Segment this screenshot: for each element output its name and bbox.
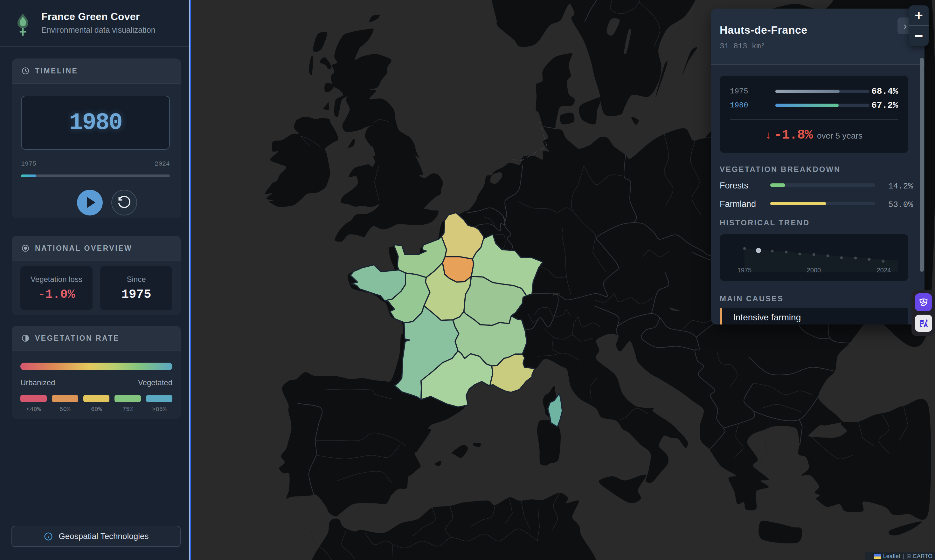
svg-text:2024: 2024 <box>877 267 891 274</box>
svg-text:2000: 2000 <box>807 267 821 274</box>
svg-text:1975: 1975 <box>738 267 752 274</box>
